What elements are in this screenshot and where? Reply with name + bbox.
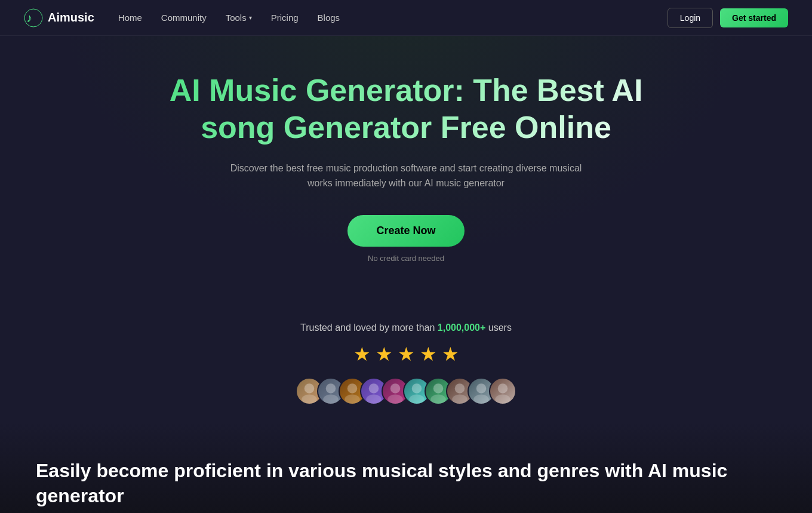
nav-links: Home Community Tools ▾ Pricing Blogs bbox=[118, 13, 340, 23]
star-5: ★ bbox=[442, 343, 459, 365]
svg-point-17 bbox=[452, 394, 467, 404]
trust-text-prefix: Trusted and loved by more than bbox=[300, 322, 435, 333]
svg-point-7 bbox=[345, 394, 360, 404]
svg-point-4 bbox=[326, 383, 336, 393]
logo-text: Aimusic bbox=[48, 11, 94, 24]
create-now-button[interactable]: Create Now bbox=[347, 215, 464, 247]
nav-home[interactable]: Home bbox=[118, 13, 142, 23]
svg-point-16 bbox=[455, 383, 465, 393]
nav-tools[interactable]: Tools ▾ bbox=[226, 13, 252, 23]
star-1: ★ bbox=[353, 343, 371, 365]
hero-section: AI Music Generator: The Best AI song Gen… bbox=[0, 0, 812, 299]
chevron-down-icon: ▾ bbox=[249, 14, 252, 21]
svg-point-6 bbox=[347, 383, 357, 393]
logo-link[interactable]: ♪ Aimusic bbox=[24, 8, 94, 27]
svg-point-21 bbox=[495, 394, 510, 404]
svg-point-20 bbox=[498, 383, 508, 393]
svg-point-8 bbox=[369, 383, 379, 393]
section-title: Easily become proficient in various musi… bbox=[36, 459, 776, 508]
svg-point-13 bbox=[409, 394, 425, 404]
star-3: ★ bbox=[398, 343, 415, 365]
login-button[interactable]: Login bbox=[668, 8, 713, 28]
navbar-right: Login Get started bbox=[668, 8, 788, 28]
svg-point-14 bbox=[433, 383, 443, 393]
avatar-10 bbox=[489, 377, 516, 405]
star-2: ★ bbox=[376, 343, 393, 365]
svg-point-5 bbox=[323, 394, 339, 404]
trust-text: Trusted and loved by more than 1,000,000… bbox=[0, 322, 812, 333]
avatar-group bbox=[296, 377, 516, 405]
svg-point-10 bbox=[390, 383, 400, 393]
star-4: ★ bbox=[420, 343, 437, 365]
trust-section: Trusted and loved by more than 1,000,000… bbox=[0, 299, 812, 423]
svg-point-2 bbox=[304, 383, 314, 393]
avatars-row bbox=[0, 377, 812, 405]
stars-row: ★ ★ ★ ★ ★ bbox=[0, 343, 812, 365]
svg-point-3 bbox=[302, 394, 317, 404]
svg-point-18 bbox=[476, 383, 486, 393]
navbar: ♪ Aimusic Home Community Tools ▾ Pricing… bbox=[0, 0, 812, 36]
trust-text-suffix: users bbox=[488, 322, 512, 333]
nav-blogs[interactable]: Blogs bbox=[318, 13, 340, 23]
svg-point-9 bbox=[366, 394, 382, 404]
svg-point-12 bbox=[412, 383, 422, 393]
section-below: Easily become proficient in various musi… bbox=[0, 423, 812, 513]
hero-title: AI Music Generator: The Best AI song Gen… bbox=[137, 72, 675, 146]
svg-point-19 bbox=[473, 394, 489, 404]
svg-point-11 bbox=[387, 394, 403, 404]
get-started-button[interactable]: Get started bbox=[720, 8, 788, 27]
cta-container: Create Now No credit card needed bbox=[0, 215, 812, 263]
user-count: 1,000,000+ bbox=[438, 322, 486, 333]
svg-text:♪: ♪ bbox=[26, 11, 32, 24]
logo-icon: ♪ bbox=[24, 8, 43, 27]
no-credit-card-text: No credit card needed bbox=[0, 254, 812, 263]
nav-community[interactable]: Community bbox=[161, 13, 207, 23]
nav-pricing[interactable]: Pricing bbox=[271, 13, 299, 23]
svg-point-15 bbox=[430, 394, 446, 404]
navbar-left: ♪ Aimusic Home Community Tools ▾ Pricing… bbox=[24, 8, 340, 27]
hero-subtitle: Discover the best free music production … bbox=[227, 161, 585, 191]
